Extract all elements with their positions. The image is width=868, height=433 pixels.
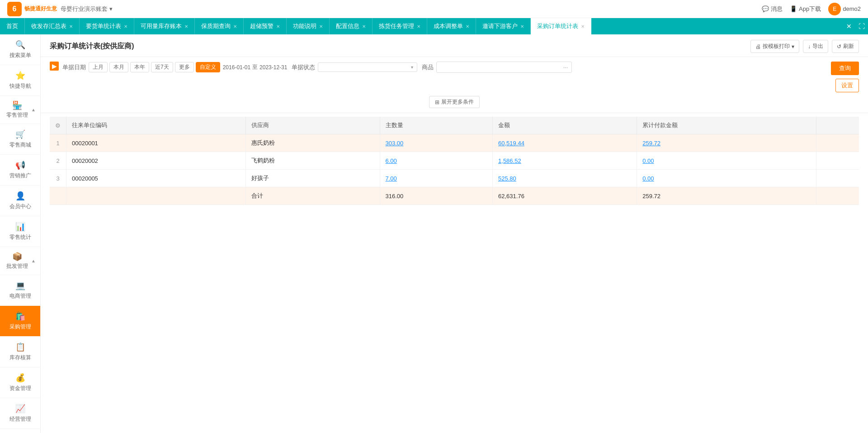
logo-area: 6 畅捷通好生意 [7, 2, 57, 16]
filter-date-btns: 上月 本月 本年 近7天 更多 自定义 [89, 62, 220, 72]
tab-caigou-active[interactable]: 采购订单统计表 ✕ [531, 18, 591, 34]
page-actions: 🖨 按模板打印 ▾ ↓ 导出 ↺ 刷新 [750, 40, 859, 53]
table-row: 1 00020001 惠氏奶粉 303.00 60,519.44 259.72 [50, 134, 859, 152]
close-icon[interactable]: ✕ [520, 24, 524, 29]
print-btn[interactable]: 🖨 按模板打印 ▾ [750, 40, 799, 53]
close-icon[interactable]: ✕ [466, 24, 469, 29]
row-supplier-2: 飞鹤奶粉 [245, 152, 380, 170]
sidebar-item-retail[interactable]: 🏪 零售管理 ▲ [0, 96, 40, 124]
date-btn-this-month[interactable]: 本月 [109, 62, 128, 72]
close-icon[interactable]: ✕ [184, 24, 188, 29]
tab-jianhuo[interactable]: 拣货任务管理 ✕ [373, 18, 427, 34]
sidebar-item-finance[interactable]: 💰 资金管理 [0, 367, 40, 398]
goods-input[interactable]: ··· [436, 62, 572, 73]
filter-status-item: 单据状态 ▾ [292, 62, 417, 72]
row-extra-3 [816, 170, 859, 187]
sidebar-item-inventory[interactable]: 📋 库存核算 [0, 337, 40, 367]
sidebar-label-nav: 快捷导航 [9, 82, 31, 90]
chevron-down2-icon: ▲ [31, 258, 36, 263]
row-qty-2: 6.00 [380, 152, 493, 170]
sidebar-label-purchase: 采购管理 [9, 323, 31, 331]
sidebar-item-member[interactable]: 👤 会员中心 [0, 186, 40, 216]
date-btn-custom[interactable]: 自定义 [196, 62, 220, 72]
query-btn[interactable]: 查询 [831, 62, 859, 75]
sidebar-label-ecom: 电商管理 [9, 292, 31, 300]
status-select[interactable]: ▾ [318, 62, 417, 72]
sidebar-item-marketing[interactable]: 📢 营销推广 [0, 155, 40, 186]
goods-label: 商品 [422, 63, 434, 71]
tab-keyongliang[interactable]: 可用量库存账本 ✕ [134, 18, 195, 34]
message-btn[interactable]: 💬 消息 [762, 5, 783, 13]
tab-yaoqing[interactable]: 邀请下游客户 ✕ [476, 18, 531, 34]
date-btn-last-month[interactable]: 上月 [89, 62, 108, 72]
date-btn-this-year[interactable]: 本年 [130, 62, 149, 72]
app-download-btn[interactable]: 📱 App下载 [790, 5, 821, 13]
select-arrow-icon: ▾ [411, 65, 413, 70]
row-num-3: 3 [50, 170, 66, 187]
tab-chaochuyujing[interactable]: 超储预警 ✕ [244, 18, 287, 34]
sidebar-item-retail-stats[interactable]: 📊 零售统计 [0, 216, 40, 247]
tab-home[interactable]: 首页 [0, 18, 25, 34]
goods-input-field[interactable] [440, 64, 561, 71]
sidebar-item-basic[interactable]: ℹ️ 基础信息 [0, 429, 40, 433]
refresh-btn[interactable]: ↺ 刷新 [832, 40, 859, 53]
date-btn-more[interactable]: 更多 [175, 62, 194, 72]
sidebar-label-search: 搜索菜单 [9, 52, 31, 59]
expand-arrow-btn[interactable]: ▶ [50, 62, 59, 71]
footer-settings [50, 187, 66, 205]
tab-shoufacun[interactable]: 收发存汇总表 ✕ [25, 18, 80, 34]
row-paid-2: 0.00 [637, 152, 816, 170]
sidebar-label-biz: 经营管理 [9, 415, 31, 423]
main-content: 采购订单统计表(按供应商) 🖨 按模板打印 ▾ ↓ 导出 ↺ 刷新 [41, 34, 868, 433]
sidebar-item-purchase[interactable]: 🛍️ 采购管理 [0, 306, 40, 337]
search-icon: 🔍 [15, 40, 25, 50]
sidebar-item-ecom[interactable]: 💻 电商管理 [0, 275, 40, 306]
close-icon[interactable]: ✕ [69, 24, 73, 29]
close-all-btn[interactable]: ✕ [843, 20, 855, 33]
close-icon[interactable]: ✕ [233, 24, 237, 29]
date-btn-7days[interactable]: 近7天 [151, 62, 173, 72]
message-icon: 💬 [762, 5, 769, 12]
date-range: 2016-01-01 至 2023-12-31 [223, 63, 288, 71]
row-num-1: 1 [50, 134, 66, 152]
chevron-icon: ▲ [31, 107, 36, 112]
close-icon[interactable]: ✕ [124, 24, 127, 29]
org-dropdown[interactable]: 母婴行业演示账套 ▾ [61, 5, 113, 13]
tab-chengben[interactable]: 成本调整单 ✕ [427, 18, 476, 34]
retail-icon: 🏪 [12, 100, 22, 110]
close-icon-active[interactable]: ✕ [581, 24, 585, 29]
user-avatar[interactable]: E demo2 [828, 3, 861, 15]
tab-yaohuo[interactable]: 要货单统计表 ✕ [80, 18, 134, 34]
tab-baozhi[interactable]: 保质期查询 ✕ [195, 18, 244, 34]
tab-gongneng[interactable]: 功能说明 ✕ [287, 18, 330, 34]
export-btn[interactable]: ↓ 导出 [803, 40, 828, 53]
close-icon[interactable]: ✕ [417, 24, 420, 29]
footer-extra [816, 187, 859, 205]
page-title: 采购订单统计表(按供应商) [50, 42, 134, 51]
filter-second-row: ⊞ 展开更多条件 [50, 96, 859, 108]
close-icon[interactable]: ✕ [319, 24, 323, 29]
col-settings[interactable]: ⚙ [50, 117, 66, 134]
sidebar-item-mall[interactable]: 🛒 零售商城 [0, 124, 40, 155]
finance-icon: 💰 [15, 373, 25, 383]
more-conditions-btn[interactable]: ⊞ 展开更多条件 [429, 96, 480, 108]
sidebar-label-retail-stats: 零售统计 [9, 233, 31, 241]
sidebar-item-biz[interactable]: 📈 经营管理 [0, 398, 40, 429]
sidebar-item-nav[interactable]: ⭐ 快捷导航 [0, 65, 40, 96]
refresh-label: 刷新 [843, 43, 854, 50]
sidebar-item-search[interactable]: 🔍 搜索菜单 [0, 34, 40, 65]
close-icon[interactable]: ✕ [362, 24, 366, 29]
nav-tab-controls: ✕ ⛶ [843, 20, 868, 33]
refresh-icon: ↺ [837, 43, 841, 50]
close-icon[interactable]: ✕ [276, 24, 280, 29]
sidebar-item-wholesale[interactable]: 📦 批发管理 ▲ [0, 247, 40, 275]
tab-peizhi[interactable]: 配置信息 ✕ [330, 18, 373, 34]
chevron-down-icon: ▾ [109, 5, 113, 12]
marketing-icon: 📢 [15, 160, 25, 170]
star-icon: ⭐ [15, 71, 25, 81]
maximize-btn[interactable]: ⛶ [855, 20, 868, 33]
table-area: ⚙ 往来单位编码 供应商 主数量 金额 累计付款金额 1 00020001 惠氏… [41, 113, 868, 433]
row-paid-1: 259.72 [637, 134, 816, 152]
settings-btn[interactable]: 设置 [835, 79, 859, 92]
dots-icon[interactable]: ··· [563, 64, 568, 71]
